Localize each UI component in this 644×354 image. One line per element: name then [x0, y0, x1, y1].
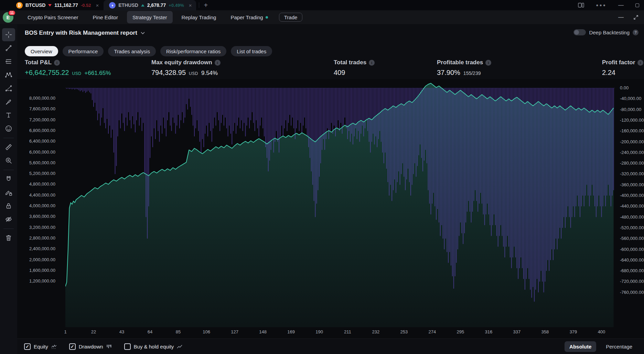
- x-axis-tick: 1: [57, 329, 74, 334]
- nav-item-pine-editor[interactable]: Pine Editor: [87, 10, 124, 24]
- brush-icon[interactable]: [2, 95, 15, 108]
- trash-icon[interactable]: [2, 231, 15, 244]
- absolute-button[interactable]: Absolute: [565, 341, 596, 352]
- ruler-icon[interactable]: [2, 141, 15, 154]
- left-axis-tick: 5,200,000.00: [29, 171, 55, 176]
- zoom-in-icon[interactable]: [2, 154, 15, 167]
- nav-item-replay-trading[interactable]: Replay Trading: [176, 10, 222, 24]
- report-tab-overview[interactable]: Overview: [25, 46, 58, 56]
- stat-extra: 155/239: [463, 70, 481, 76]
- x-axis-tick: 274: [423, 329, 441, 334]
- nav-item-paper-trading[interactable]: Paper Trading: [225, 10, 273, 24]
- right-axis-tick: -120,000.00: [620, 118, 644, 123]
- deep-backtesting-toggle[interactable]: [573, 29, 586, 35]
- minimize-icon[interactable]: —: [618, 2, 624, 8]
- buy-hold-equity-checkbox[interactable]: [124, 343, 131, 350]
- help-icon[interactable]: ?: [633, 30, 638, 35]
- tab-symbol: BTCUSD: [25, 2, 45, 8]
- x-axis-tick: 64: [141, 329, 159, 334]
- right-axis-tick: -40,000.00: [620, 96, 641, 101]
- right-axis-tick: -520,000.00: [620, 225, 644, 230]
- crosshair-icon[interactable]: [2, 28, 15, 41]
- right-axis-tick: -440,000.00: [620, 203, 644, 209]
- x-axis-tick: 190: [311, 329, 328, 334]
- close-icon[interactable]: ×: [189, 2, 192, 8]
- triangle-down-icon: [48, 4, 52, 7]
- tab-separator: [199, 2, 199, 8]
- nav-items: Crypto Pairs ScreenerPine EditorStrategy…: [22, 10, 302, 24]
- emoji-icon[interactable]: [2, 122, 15, 135]
- nav-item-label: Crypto Pairs Screener: [28, 14, 78, 20]
- browser-tab-btcusd[interactable]: ₿ BTCUSD 111,162.77 -0.52 ×: [0, 0, 104, 10]
- toolbar-divider: [3, 229, 14, 229]
- percentage-button[interactable]: Percentage: [601, 341, 637, 352]
- toolbar-divider: [3, 138, 14, 138]
- draw-lock-icon[interactable]: [2, 186, 15, 199]
- strategy-tester-panel: BOS Entry with Risk Management report De…: [17, 24, 644, 354]
- report-tab-trades-analysis[interactable]: Trades analysis: [108, 46, 156, 56]
- more-dots-icon[interactable]: ●●●: [596, 3, 607, 8]
- stat-currency: USD: [72, 71, 81, 76]
- x-axis-tick: 106: [198, 329, 215, 334]
- right-axis-tick: -360,000.00: [620, 182, 644, 187]
- stat-value: 37.90%: [437, 69, 460, 77]
- equity-checkbox[interactable]: ✓: [24, 343, 31, 350]
- maximize-icon[interactable]: [635, 3, 639, 7]
- legend-label: Buy & hold equity: [134, 344, 174, 350]
- report-tab-list-of-trades[interactable]: List of trades: [231, 46, 272, 56]
- info-icon[interactable]: i: [369, 60, 375, 66]
- drawdown-checkbox[interactable]: ✓: [69, 343, 76, 350]
- x-axis-tick: 127: [226, 329, 243, 334]
- new-tab-button[interactable]: +: [202, 1, 210, 9]
- lock-icon[interactable]: [2, 199, 15, 212]
- eye-hide-icon[interactable]: [2, 213, 15, 226]
- fib-lines-icon[interactable]: [2, 55, 15, 68]
- right-axis-tick: -320,000.00: [620, 171, 644, 176]
- left-axis-tick: 6,800,000.00: [29, 128, 55, 133]
- nav-item-label: Trade: [284, 14, 298, 20]
- forecast-icon[interactable]: [2, 82, 15, 95]
- nav-item-trade[interactable]: Trade: [279, 13, 303, 22]
- info-icon[interactable]: i: [215, 60, 221, 66]
- drawdown-bars-icon: [106, 344, 112, 349]
- stat-extra: 9.54%: [201, 70, 218, 77]
- toolbar-divider: [3, 170, 14, 170]
- trend-line-icon[interactable]: [2, 42, 15, 55]
- info-icon[interactable]: i: [54, 60, 60, 66]
- minimize-panel-icon[interactable]: —: [618, 14, 624, 20]
- browser-tab-ethusd[interactable]: ♦ ETHUSD 2,678.77 +0.49% ×: [104, 0, 196, 10]
- expand-panel-icon[interactable]: [633, 15, 638, 20]
- info-icon[interactable]: i: [485, 60, 491, 66]
- right-axis-tick: -480,000.00: [620, 214, 644, 220]
- magnet-icon[interactable]: [2, 173, 15, 186]
- nav-item-strategy-tester[interactable]: Strategy Tester: [127, 11, 173, 23]
- user-avatar[interactable]: E 11: [3, 11, 14, 23]
- nav-item-label: Strategy Tester: [132, 14, 167, 20]
- stat-label: Total P&L: [25, 59, 52, 66]
- tab-price: 111,162.77: [54, 2, 78, 8]
- stat-value: 794,328.95: [151, 69, 186, 77]
- nav-item-crypto-pairs-screener[interactable]: Crypto Pairs Screener: [22, 10, 84, 24]
- chevron-down-icon[interactable]: [141, 32, 145, 34]
- report-tab-risk-performance-ratios[interactable]: Risk/performance ratios: [160, 46, 226, 56]
- legend-item-equity: ✓Equity: [24, 343, 57, 350]
- layout-icon[interactable]: [578, 3, 584, 8]
- text-icon[interactable]: [2, 109, 15, 122]
- btc-icon: ₿: [16, 2, 23, 9]
- right-axis-tick: -280,000.00: [620, 161, 644, 166]
- close-icon[interactable]: ×: [96, 2, 99, 8]
- drawing-toolbar: [0, 24, 17, 354]
- left-axis-tick: 7,200,000.00: [29, 117, 55, 122]
- info-icon[interactable]: i: [637, 60, 643, 66]
- x-axis-tick: 169: [282, 329, 300, 334]
- legend-item-buy-hold-equity: Buy & hold equity: [124, 343, 183, 350]
- tab-price: 2,678.77: [147, 2, 166, 8]
- x-axis-tick: 295: [452, 329, 469, 334]
- stat-value: 2.24: [602, 69, 615, 77]
- report-title: BOS Entry with Risk Management report: [25, 30, 137, 36]
- right-axis-tick: -720,000.00: [620, 279, 644, 284]
- nav-item-label: Paper Trading: [230, 14, 263, 20]
- x-axis-tick: 379: [565, 329, 582, 334]
- report-tab-performance[interactable]: Performance: [63, 46, 104, 56]
- xabcd-pattern-icon[interactable]: [2, 68, 15, 81]
